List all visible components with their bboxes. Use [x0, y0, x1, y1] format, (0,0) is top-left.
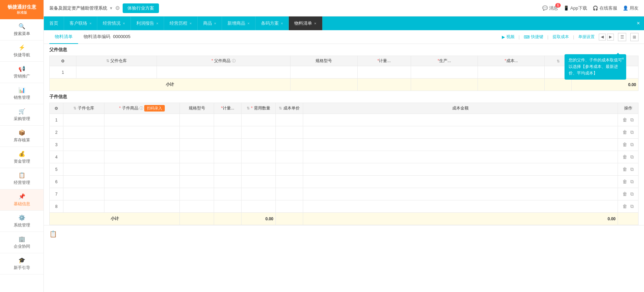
app-download-button[interactable]: 📱 App下载 [564, 5, 587, 11]
child-row-qty-7[interactable] [242, 188, 276, 200]
parent-row-warehouse[interactable] [76, 66, 157, 79]
extract-cost-button[interactable]: 提取成本 [553, 34, 569, 40]
child-row-spec-1[interactable] [180, 114, 214, 126]
sidebar-item-basic[interactable]: 📌 基础信息 [0, 189, 44, 211]
copy-icon-3[interactable]: ⧉ [630, 142, 634, 147]
copy-icon-8[interactable]: ⧉ [630, 203, 634, 209]
tab-home[interactable]: 首页 [44, 16, 64, 30]
child-row-spec-2[interactable] [180, 126, 214, 139]
copy-icon-1[interactable]: ⧉ [630, 117, 634, 122]
child-row-cost-unit-6[interactable] [276, 176, 303, 188]
tab-bom-close[interactable]: × [314, 21, 316, 25]
tab-operation-stat-close[interactable]: × [123, 21, 125, 25]
tab-barcode[interactable]: 条码方案 × [256, 16, 289, 30]
child-row-warehouse-5[interactable] [63, 163, 104, 176]
child-row-qty-8[interactable] [242, 200, 276, 213]
sidebar-item-operation[interactable]: 📋 经营管理 [0, 168, 44, 189]
tab-operation-stat[interactable]: 经营情况 × [97, 16, 131, 30]
child-row-goods-8[interactable] [104, 200, 180, 213]
child-row-warehouse-1[interactable] [63, 114, 104, 126]
copy-icon-4[interactable]: ⧉ [630, 154, 634, 160]
child-row-unit-8[interactable] [214, 200, 242, 213]
parent-row-spec[interactable] [290, 66, 357, 79]
parent-row-cost[interactable] [478, 66, 545, 79]
child-row-warehouse-7[interactable] [63, 188, 104, 200]
tab-customer-close[interactable]: × [89, 21, 91, 25]
tab-barcode-close[interactable]: × [281, 21, 283, 25]
child-row-goods-1[interactable] [104, 114, 180, 126]
child-row-qty-3[interactable] [242, 139, 276, 151]
child-row-cost-unit-4[interactable] [276, 151, 303, 163]
child-row-qty-4[interactable] [242, 151, 276, 163]
sub-tab-bom-code[interactable]: 物料清单编码 0000005 [78, 30, 136, 44]
child-row-cost-unit-8[interactable] [276, 200, 303, 213]
grid-view-button[interactable]: ☰ [618, 33, 626, 41]
delete-icon-4[interactable]: 🗑 [622, 154, 627, 160]
child-row-spec-6[interactable] [180, 176, 214, 188]
child-row-warehouse-6[interactable] [63, 176, 104, 188]
message-button[interactable]: 💬 消息 6 [542, 5, 558, 11]
child-row-warehouse-4[interactable] [63, 151, 104, 163]
delete-icon-5[interactable]: 🗑 [622, 166, 627, 172]
delete-icon-1[interactable]: 🗑 [622, 117, 627, 122]
tab-customer[interactable]: 客户联络 × [64, 16, 97, 30]
tab-goods[interactable]: 商品 × [198, 16, 222, 30]
copy-icon-7[interactable]: ⧉ [630, 191, 634, 197]
sidebar-item-inventory[interactable]: 📦 库存核算 [0, 126, 44, 147]
child-row-qty-1[interactable] [242, 114, 276, 126]
tab-new-goods-close[interactable]: × [247, 21, 249, 25]
child-row-warehouse-3[interactable] [63, 139, 104, 151]
scan-input-button[interactable]: 扫码录入 [144, 105, 165, 112]
child-row-unit-1[interactable] [214, 114, 242, 126]
child-row-goods-6[interactable] [104, 176, 180, 188]
sidebar-item-quick-nav[interactable]: ⚡ 快捷导航 [0, 40, 44, 62]
child-row-unit-3[interactable] [214, 139, 242, 151]
sidebar-item-enterprise[interactable]: 🏢 企业协同 [0, 232, 44, 253]
close-all-tabs-button[interactable]: × [633, 20, 644, 26]
dropdown-icon[interactable]: ▾ [110, 5, 112, 11]
video-button[interactable]: ▶ 视频 [502, 34, 515, 40]
sidebar-item-finance[interactable]: 💰 资金管理 [0, 147, 44, 168]
tab-profit[interactable]: 利润报告 × [131, 16, 164, 30]
next-arrow-button[interactable]: ▶ [607, 34, 614, 40]
user-button[interactable]: 👤 用友 [623, 5, 639, 11]
child-th-settings[interactable]: ⚙ [50, 103, 63, 114]
child-row-goods-5[interactable] [104, 163, 180, 176]
child-row-qty-5[interactable] [242, 163, 276, 176]
child-row-unit-5[interactable] [214, 163, 242, 176]
child-row-qty-6[interactable] [242, 176, 276, 188]
delete-icon-6[interactable]: 🗑 [622, 179, 627, 184]
parent-row-unit[interactable] [357, 66, 411, 79]
child-row-warehouse-2[interactable] [63, 126, 104, 139]
child-row-cost-unit-7[interactable] [276, 188, 303, 200]
parent-th-settings[interactable]: ⚙ [50, 56, 76, 66]
child-row-cost-unit-2[interactable] [276, 126, 303, 139]
online-service-button[interactable]: 🎧 在线客服 [593, 5, 617, 11]
child-row-spec-8[interactable] [180, 200, 214, 213]
child-row-spec-5[interactable] [180, 163, 214, 176]
sidebar-item-search[interactable]: 🔍 搜索菜单 [0, 19, 44, 40]
delete-icon-7[interactable]: 🗑 [622, 191, 627, 197]
tab-bom[interactable]: 物料清单 × [289, 16, 322, 30]
child-row-goods-2[interactable] [104, 126, 180, 139]
parent-row-goods[interactable] [157, 66, 290, 79]
child-row-cost-unit-3[interactable] [276, 139, 303, 151]
child-row-cost-unit-1[interactable] [276, 114, 303, 126]
child-row-cost-unit-5[interactable] [276, 163, 303, 176]
child-row-unit-6[interactable] [214, 176, 242, 188]
delete-icon-3[interactable]: 🗑 [622, 142, 627, 147]
sidebar-item-system[interactable]: ⚙️ 系统管理 [0, 211, 44, 232]
copy-icon-2[interactable]: ⧉ [630, 129, 634, 135]
child-row-qty-2[interactable] [242, 126, 276, 139]
delete-icon-8[interactable]: 🗑 [622, 203, 627, 209]
sub-tab-bom-list[interactable]: 物料清单 [49, 30, 78, 44]
copy-icon-5[interactable]: ⧉ [630, 166, 634, 172]
sidebar-item-sales[interactable]: 📊 销售管理 [0, 83, 44, 104]
child-row-unit-4[interactable] [214, 151, 242, 163]
tab-new-goods[interactable]: 新增商品 × [222, 16, 255, 30]
shortcut-button[interactable]: ⌨ 快捷键 [524, 34, 543, 40]
tooltip-close-button[interactable]: × [622, 56, 624, 62]
child-row-goods-7[interactable] [104, 188, 180, 200]
child-row-goods-3[interactable] [104, 139, 180, 151]
child-row-spec-3[interactable] [180, 139, 214, 151]
